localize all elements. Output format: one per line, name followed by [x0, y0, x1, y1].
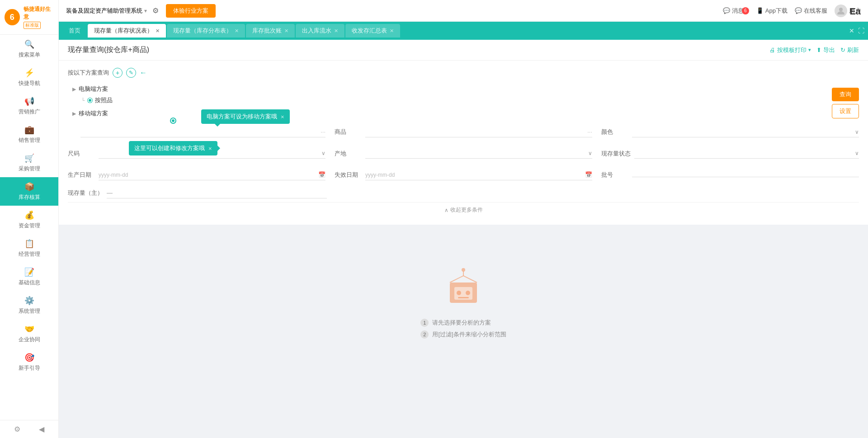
filter-back-button[interactable]: ← [140, 69, 147, 77]
goods-dots: ··· [587, 128, 592, 135]
sidebar-item-basic[interactable]: 📝 基础信息 [0, 263, 58, 291]
tooltip1-text: 电脑方案可设为移动方案哦 [207, 113, 277, 121]
export-button[interactable]: ⬆ 导出 [816, 46, 835, 54]
quicknav-icon: ⚡ [24, 68, 34, 78]
tab-inv-status[interactable]: 现存量（库存状况表） ✕ [88, 24, 166, 38]
filter-fields: ··· 商品 ··· 颜色 [68, 123, 859, 198]
refresh-button[interactable]: ↻ 刷新 [840, 46, 859, 54]
finance-icon: 💰 [24, 210, 34, 220]
tab-actions: ✕ ⛶ [849, 27, 864, 34]
avatar [835, 5, 847, 17]
goods-input[interactable]: ··· [365, 127, 592, 137]
scheme-tree: ▶ 电脑端方案 └ 按照品 ▶ 移动端方案 [68, 83, 859, 119]
color-select[interactable]: ∨ [632, 127, 859, 137]
expire-date-label: 失效日期 [335, 171, 362, 179]
search-buttons: 查询 设置 [832, 88, 859, 118]
tab-inv-batch[interactable]: 库存批次账 ✕ [246, 24, 295, 38]
sidebar-item-system[interactable]: ⚙️ 系统管理 [0, 291, 58, 320]
app-download-item[interactable]: 📱 App下载 [756, 7, 788, 15]
calendar-icon-produce: 📅 [318, 171, 326, 178]
mobile-arrow-icon: ▶ [72, 111, 76, 117]
title-chevron-icon: ▾ [144, 8, 147, 14]
sidebar-item-search[interactable]: 🔍 搜索菜单 [0, 35, 58, 63]
produce-date-label: 生产日期 [68, 171, 95, 179]
inv-status-chevron-icon: ∨ [855, 150, 859, 156]
sidebar-item-quicknav[interactable]: ⚡ 快捷导航 [0, 63, 58, 92]
message-icon: 💬 [723, 7, 730, 14]
empty-step-1: 1 请先选择要分析的方案 [420, 319, 506, 327]
close-all-icon[interactable]: ✕ [849, 27, 854, 34]
filter-produce-date: 生产日期 yyyy-mm-dd 📅 [68, 170, 326, 180]
filter-area: 按以下方案查询 + ✎ ← 电脑方案可设为移动方案哦 × 这里可以创建和修改方案… [59, 61, 868, 225]
tab-inout[interactable]: 出入库流水 ✕ [296, 24, 344, 38]
online-service-item[interactable]: 💬 在线客服 [795, 7, 827, 15]
tab-inv-dist[interactable]: 现存量（库存分布表） ✕ [167, 24, 245, 38]
sidebar-item-sales[interactable]: 💼 销售管理 [0, 120, 58, 149]
print-button[interactable]: 🖨 按模板打印 ▾ [769, 46, 811, 54]
sidebar-item-guide[interactable]: 🎯 新手引导 [0, 348, 58, 377]
trial-button[interactable]: 体验行业方案 [166, 4, 216, 18]
filter-edit-button[interactable]: ✎ [126, 68, 136, 78]
tab-close-inv-status[interactable]: ✕ [156, 28, 160, 34]
page-actions: 🖨 按模板打印 ▾ ⬆ 导出 ↻ 刷新 [769, 46, 859, 54]
topbar-title[interactable]: 装备及固定资产辅助管理系统 ▾ [66, 7, 147, 15]
scheme-desktop-item-photos[interactable]: └ 按照品 [81, 95, 859, 106]
sidebar-item-enterprise[interactable]: 🤝 企业协同 [0, 320, 58, 348]
filter-batch: 批号 [601, 170, 859, 180]
filter-row-4: 现存量（主） — [68, 188, 859, 198]
origin-select[interactable]: ∨ [365, 148, 592, 159]
tooltip1-close[interactable]: × [281, 113, 284, 120]
settings-button[interactable]: ⚙ [14, 425, 20, 433]
inventory-main-input[interactable]: — [107, 188, 327, 198]
batch-input[interactable] [632, 173, 859, 177]
sidebar-item-purchase[interactable]: 🛒 采购管理 [0, 149, 58, 177]
inventory-status-label: 现存量状态 [601, 150, 631, 158]
warehouse-dots: ··· [321, 128, 326, 135]
scheme-desktop[interactable]: ▶ 电脑端方案 [72, 83, 859, 95]
produce-date-input[interactable]: yyyy-mm-dd 📅 [99, 170, 326, 180]
filter-goods: 商品 ··· [335, 127, 592, 137]
sidebar-item-operations[interactable]: 📋 经营管理 [0, 234, 58, 263]
sidebar-item-marketing[interactable]: 📢 营销推广 [0, 92, 58, 120]
collapse-button[interactable]: ∧ 收起更多条件 [444, 206, 483, 214]
tab-close-inv-batch[interactable]: ✕ [284, 28, 288, 34]
divider [59, 225, 868, 228]
inventory-icon: 📦 [24, 182, 34, 192]
scheme-mobile[interactable]: ▶ 移动端方案 [72, 108, 859, 119]
tab-close-inv-dist[interactable]: ✕ [235, 28, 239, 34]
tooltip-create-scheme: 这里可以创建和修改方案哦 × [129, 141, 217, 155]
tab-recv-send[interactable]: 收发存汇总表 ✕ [345, 24, 400, 38]
refresh-icon: ↻ [840, 47, 845, 53]
collapse-sidebar-button[interactable]: ◀ [39, 425, 44, 433]
inventory-main-label: 现存量（主） [68, 189, 103, 197]
page-title: 现存量查询(按仓库+商品) [68, 45, 149, 55]
origin-chevron-icon: ∨ [588, 150, 592, 156]
ea-label: Ea [850, 6, 861, 17]
collapse-up-icon: ∧ [444, 207, 448, 213]
inventory-status-select[interactable]: ∨ [634, 148, 859, 159]
filter-color: 颜色 ∨ [601, 127, 859, 137]
maximize-icon[interactable]: ⛶ [858, 27, 864, 34]
color-label: 颜色 [601, 128, 628, 136]
guide-icon: 🎯 [24, 353, 34, 363]
expire-date-input[interactable]: yyyy-mm-dd 📅 [365, 170, 592, 180]
calendar-icon-expire: 📅 [585, 171, 592, 178]
message-item[interactable]: 💬 消息 6 [723, 7, 749, 15]
print-icon: 🖨 [769, 47, 775, 53]
topbar-settings-icon[interactable]: ⚙ [152, 6, 159, 15]
item-indent-icon: └ [81, 98, 85, 103]
tab-home[interactable]: 首页 [62, 24, 87, 38]
search-button[interactable]: 查询 [832, 88, 859, 101]
filter-row-1: ··· 商品 ··· 颜色 [68, 123, 859, 141]
tab-close-inout[interactable]: ✕ [334, 28, 338, 34]
sidebar-item-inventory[interactable]: 📦 库存核算 [0, 177, 58, 206]
warehouse-input[interactable]: ··· [80, 127, 326, 137]
sidebar-item-finance[interactable]: 💰 资金管理 [0, 206, 58, 234]
tooltip2-close[interactable]: × [208, 145, 212, 152]
filter-add-button[interactable]: + [113, 68, 123, 78]
logo: 6 畅捷通好生意 标准版 [0, 0, 58, 35]
reset-button[interactable]: 设置 [832, 104, 859, 118]
tab-close-recv-send[interactable]: ✕ [390, 28, 394, 34]
color-chevron-icon: ∨ [855, 129, 859, 135]
filter-expire-date: 失效日期 yyyy-mm-dd 📅 [335, 170, 592, 180]
